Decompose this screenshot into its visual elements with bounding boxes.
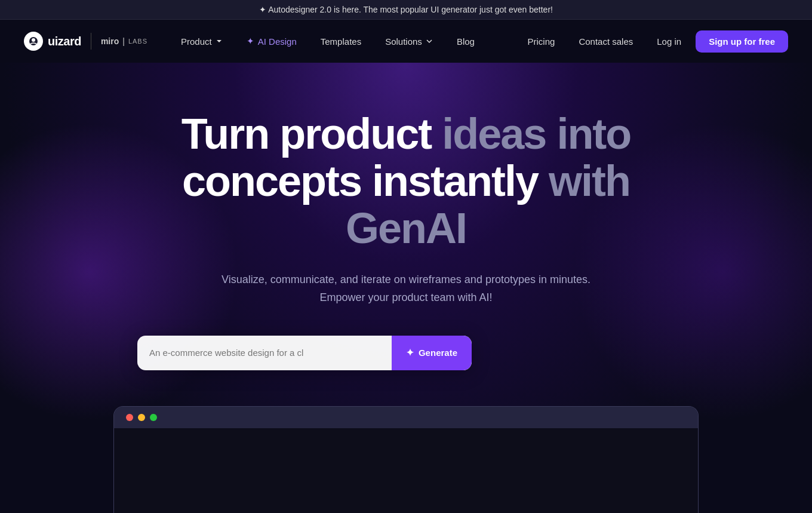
window-minimize-dot xyxy=(138,414,145,421)
hero-title-gray-1: ideas into xyxy=(442,110,630,158)
nav-menu: Product ✦ AI Design Templates Solutions … xyxy=(171,31,484,51)
hero-title-line1: Turn product ideas into xyxy=(137,110,675,158)
chevron-down-icon xyxy=(426,38,433,45)
app-preview-titlebar xyxy=(114,407,698,428)
app-preview xyxy=(113,406,699,513)
divider-char: | xyxy=(122,36,125,46)
signup-button[interactable]: Sign up for free xyxy=(696,30,788,53)
hero-subtitle: Visualize, communicate, and iterate on w… xyxy=(203,271,609,307)
ai-sparkle-icon: ✦ xyxy=(247,36,254,47)
nav-item-blog[interactable]: Blog xyxy=(447,32,484,51)
generate-button[interactable]: ✦ Generate xyxy=(392,336,472,370)
generate-input[interactable] xyxy=(137,336,392,370)
window-close-dot xyxy=(126,414,133,421)
nav-item-templates[interactable]: Templates xyxy=(311,32,371,51)
navigation: uizard miro | LABS Product ✦ AI Design T… xyxy=(0,20,812,63)
svg-point-1 xyxy=(32,38,35,42)
app-preview-content xyxy=(114,428,698,513)
miro-text: miro xyxy=(101,36,119,46)
nav-pricing[interactable]: Pricing xyxy=(518,32,565,51)
miro-labs: miro | LABS xyxy=(101,36,147,46)
window-expand-dot xyxy=(150,414,157,421)
nav-item-solutions[interactable]: Solutions xyxy=(376,32,442,51)
nav-contact-sales[interactable]: Contact sales xyxy=(569,32,642,51)
hero-section: Turn product ideas into concepts instant… xyxy=(0,63,812,513)
nav-login[interactable]: Log in xyxy=(647,32,691,51)
nav-left: uizard miro | LABS Product ✦ AI Design T… xyxy=(24,31,484,51)
hero-title-line2: concepts instantly with GenAI xyxy=(137,158,675,252)
hero-title-white-2: concepts instantly xyxy=(182,157,538,205)
nav-item-product[interactable]: Product xyxy=(171,32,232,51)
hero-content: Turn product ideas into concepts instant… xyxy=(137,110,675,370)
hero-title-white-1: Turn product xyxy=(182,110,432,158)
hero-title: Turn product ideas into concepts instant… xyxy=(137,110,675,253)
uizard-text: uizard xyxy=(48,35,81,48)
nav-right: Pricing Contact sales Log in Sign up for… xyxy=(518,30,788,53)
uizard-icon xyxy=(24,32,43,51)
generate-container: ✦ Generate xyxy=(137,336,472,370)
chevron-down-icon xyxy=(216,38,223,45)
labs-badge: LABS xyxy=(128,38,147,45)
announcement-text: ✦ Autodesigner 2.0 is here. The most pop… xyxy=(259,5,553,14)
logo-divider xyxy=(91,33,91,50)
logo-container: uizard miro | LABS xyxy=(24,32,147,51)
generate-sparkle-icon: ✦ xyxy=(406,347,414,358)
nav-item-ai-design[interactable]: ✦ AI Design xyxy=(237,31,306,51)
uizard-logo[interactable]: uizard xyxy=(24,32,81,51)
announcement-bar: ✦ Autodesigner 2.0 is here. The most pop… xyxy=(0,0,812,20)
